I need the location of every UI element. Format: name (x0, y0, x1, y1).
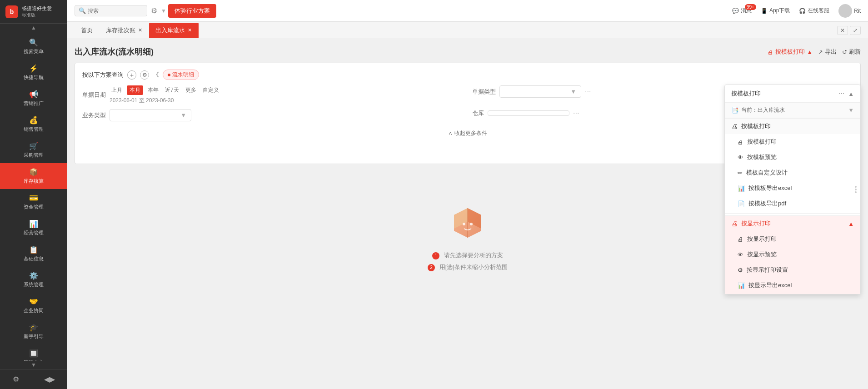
dropdown-item-template-pdf[interactable]: 📄 按模板导出pdf (725, 196, 860, 211)
sidebar-item-system-label: 系统管理 (24, 281, 44, 288)
dropdown-item-template-print[interactable]: 🖨 按模板打印 (725, 134, 860, 150)
flow-detail-tag[interactable]: 流水明细 (163, 70, 199, 80)
dropdown-item-display-print[interactable]: 🖨 按显示打印 (725, 231, 860, 247)
dropdown-current-arrow[interactable]: ▼ (848, 107, 854, 114)
current-scheme-icon: 📑 (731, 107, 738, 114)
dropdown-title: 按模板打印 (731, 90, 761, 98)
header-gear-icon[interactable]: ⚙ (151, 6, 157, 15)
template-print-button[interactable]: 🖨 按模板打印 ▲ (768, 48, 813, 56)
dropdown-item-template-excel[interactable]: 📊 按模板导出excel (725, 180, 860, 196)
dropdown-section-display-print-header[interactable]: 🖨 按显示打印 ▲ (725, 215, 860, 231)
customer-service-button[interactable]: 🎧 在线客服 (799, 7, 829, 15)
message-button[interactable]: 💬 消息 99+ (732, 7, 752, 15)
enterprise-nav-icon: 🤝 (29, 297, 38, 306)
sidebar-scroll-down[interactable]: ▼ (0, 361, 67, 369)
dropdown-more-icon[interactable]: ··· (838, 90, 844, 98)
display-excel-label: 按显示导出excel (748, 281, 792, 289)
top-header: 🔍 ⚙ ▼ 体验行业方案 💬 消息 99+ 📱 App下载 🎧 在线客服 Rit (67, 0, 868, 22)
sidebar-item-guide[interactable]: 🎓 新手引导 (0, 319, 67, 344)
template-print-dropdown: 按模板打印 ··· ▲ 📑 当前：出入库流水 ▼ 🖨 (724, 85, 861, 294)
dropdown-item-display-pdf[interactable]: 📄 按显示导出pdf (725, 293, 860, 294)
dropdown-section-template-print-header: 🖨 按模板打印 (725, 118, 860, 134)
template-custom-icon: ✏ (738, 170, 743, 176)
sidebar-scroll-up[interactable]: ▲ (0, 24, 67, 32)
sidebar-collapse-btn[interactable]: ◀▶ (44, 375, 55, 384)
template-print-item-label: 按模板打印 (747, 138, 777, 146)
search-input[interactable] (88, 8, 142, 14)
warehouse-more-icon[interactable]: ··· (573, 109, 579, 117)
warehouse-select[interactable] (488, 110, 569, 116)
inventory-batch-close-icon[interactable]: ✕ (138, 27, 142, 33)
sidebar-item-sales[interactable]: 💰 销售管理 (0, 111, 67, 137)
template-pdf-icon: 📄 (738, 200, 745, 207)
sidebar-item-apps[interactable]: 🔲 应用中心 (0, 344, 67, 361)
doc-type-more-icon[interactable]: ··· (585, 88, 591, 96)
trial-button[interactable]: 体验行业方案 (168, 4, 216, 18)
doc-type-select[interactable]: ▼ (499, 85, 581, 98)
dropdown-item-display-excel[interactable]: 📊 按显示导出excel (725, 278, 860, 293)
sidebar-item-shortcut[interactable]: ⚡ 快捷导航 (0, 60, 67, 85)
expand-tabs-btn[interactable]: ⤢ (850, 26, 861, 35)
sidebar-item-operations[interactable]: 📊 经营管理 (0, 215, 67, 241)
scroll-indicator (855, 186, 857, 193)
header-search-box[interactable]: 🔍 (75, 5, 147, 16)
sidebar-item-sales-label: 销售管理 (24, 126, 44, 133)
sidebar-item-enterprise[interactable]: 🤝 企业协同 (0, 293, 67, 319)
dropdown-collapse-icon[interactable]: ▲ (848, 90, 854, 97)
export-button[interactable]: ↗ 导出 (818, 48, 837, 56)
filter-add-button[interactable]: + (127, 70, 136, 80)
sidebar-settings-btn[interactable]: ⚙ (13, 375, 19, 384)
display-print-settings-label: 按显示打印设置 (747, 266, 788, 274)
date-tab-7days[interactable]: 近7天 (163, 85, 181, 95)
sidebar-nav: 🔍 搜索菜单 ⚡ 快捷导航 📢 营销推广 💰 销售管理 🛒 采购管理 📦 库存核… (0, 32, 67, 361)
flow-tag-label: 流水明细 (172, 71, 194, 79)
in-out-flow-close-icon[interactable]: ✕ (188, 27, 192, 33)
sidebar-item-system[interactable]: ⚙️ 系统管理 (0, 267, 67, 293)
business-type-select[interactable]: ▼ (110, 109, 191, 121)
guide-nav-icon: 🎓 (29, 323, 38, 332)
user-avatar-area[interactable]: Rit (838, 4, 861, 18)
sidebar-item-finance[interactable]: 💳 资金管理 (0, 189, 67, 215)
marketing-nav-icon: 📢 (29, 90, 38, 99)
dropdown-item-display-preview[interactable]: 👁 按显示预览 (725, 247, 860, 262)
sidebar-item-basic-label: 基础信息 (24, 255, 44, 262)
template-print-dropdown-arrow[interactable]: ▲ (807, 49, 813, 55)
business-type-label: 业务类型 (82, 111, 106, 120)
export-label: 导出 (825, 48, 837, 56)
template-custom-label: 模板自定义设计 (746, 169, 788, 177)
display-section-icon: 🖨 (731, 220, 738, 227)
date-tab-custom[interactable]: 自定义 (201, 85, 221, 95)
sidebar-item-search[interactable]: 🔍 搜索菜单 (0, 34, 67, 60)
mobile-icon: 📱 (761, 8, 768, 14)
date-tab-this-month[interactable]: 本月 (127, 85, 143, 95)
sidebar-footer: ⚙ ◀▶ (0, 369, 67, 389)
template-section-header-label: 按模板打印 (741, 122, 771, 130)
sidebar-logo: b 畅捷通好生意 标准版 (0, 0, 67, 24)
refresh-button[interactable]: ↺ 刷新 (842, 48, 861, 56)
sidebar-item-finance-label: 资金管理 (24, 204, 44, 210)
header-dropdown-arrow[interactable]: ▼ (161, 8, 166, 14)
tab-home[interactable]: 首页 (75, 23, 100, 38)
date-filter: 上月 本月 本年 近7天 更多 自定义 2023-06-01 至 2023-06… (110, 85, 221, 105)
dropdown-item-template-custom[interactable]: ✏ 模板自定义设计 (725, 165, 860, 180)
display-print-label: 按显示打印 (747, 235, 777, 243)
sidebar-item-inventory[interactable]: 📦 库存核算 (0, 163, 67, 189)
dropdown-current-label-row: 📑 当前：出入库流水 (731, 106, 785, 114)
date-tab-this-year[interactable]: 本年 (146, 85, 160, 95)
date-tab-last-month[interactable]: 上月 (110, 85, 124, 95)
app-download-button[interactable]: 📱 App下载 (761, 7, 790, 15)
scroll-dot-3 (855, 191, 857, 193)
dropdown-item-template-preview[interactable]: 👁 按模板预览 (725, 150, 860, 165)
filter-collapse-button[interactable]: 《 (153, 71, 159, 79)
sidebar-item-purchase[interactable]: 🛒 采购管理 (0, 137, 67, 163)
close-all-tabs-btn[interactable]: ✕ (837, 26, 848, 35)
message-icon: 💬 (732, 8, 739, 14)
tab-in-out-flow[interactable]: 出入库流水 ✕ (149, 23, 199, 38)
sidebar-item-marketing[interactable]: 📢 营销推广 (0, 85, 67, 111)
sidebar-item-basic[interactable]: 📋 基础信息 (0, 241, 67, 267)
filter-settings-button[interactable]: ⚙ (140, 70, 149, 80)
dropdown-item-display-print-settings[interactable]: ⚙ 按显示打印设置 (725, 262, 860, 278)
display-section-collapse-icon[interactable]: ▲ (848, 220, 854, 227)
date-tab-more[interactable]: 更多 (184, 85, 198, 95)
tab-inventory-batch[interactable]: 库存批次账 ✕ (100, 23, 149, 38)
